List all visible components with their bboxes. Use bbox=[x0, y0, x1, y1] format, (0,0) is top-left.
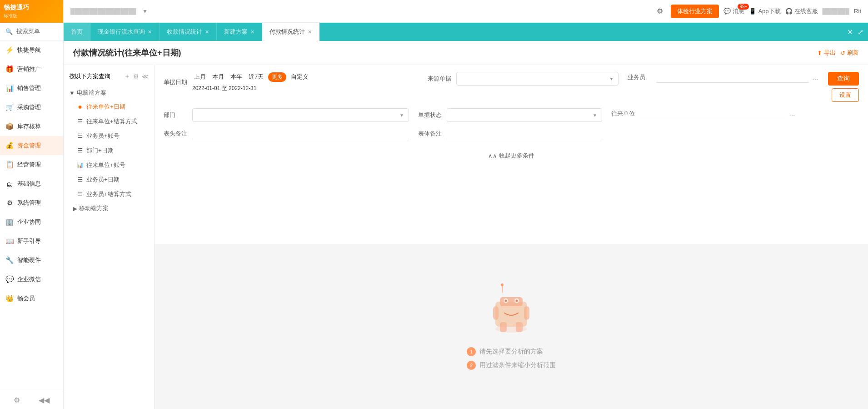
filter-headnote-label: 表头备注 bbox=[164, 130, 189, 138]
filter-staff-label: 业务员 bbox=[628, 73, 653, 81]
topbar-service[interactable]: 🎧 在线客服 bbox=[785, 7, 818, 15]
query-button[interactable]: 查询 bbox=[828, 72, 859, 86]
scheme-group-desktop-title[interactable]: ▼ 电脑端方案 bbox=[64, 86, 154, 100]
scheme-item-partner-settle[interactable]: ☰ 往来单位+结算方式 bbox=[64, 114, 154, 129]
username[interactable]: Rit bbox=[854, 8, 861, 15]
filter-partner-more[interactable]: … bbox=[789, 110, 795, 117]
scheme-item-staff-account[interactable]: ☰ 业务员+账号 bbox=[64, 129, 154, 143]
sidebar-search[interactable]: 🔍 搜索菜单 bbox=[0, 23, 63, 40]
tab-home[interactable]: 首页 bbox=[64, 23, 90, 41]
topbar-message[interactable]: 💬 消息 99+ bbox=[723, 7, 744, 15]
sidebar-item-marketing[interactable]: 🎁 营销推广 bbox=[0, 60, 63, 79]
tab-new-scheme[interactable]: 新建方案 ✕ bbox=[217, 23, 262, 41]
sidebar-item-finance[interactable]: 💰 资金管理 bbox=[0, 136, 63, 155]
scheme-header-label: 按以下方案查询 bbox=[69, 72, 110, 81]
filter-docstatus-select[interactable]: ▼ bbox=[447, 108, 602, 122]
collapse-sidebar-icon[interactable]: ◀◀ bbox=[39, 396, 50, 404]
filter-dept-select[interactable]: ▼ bbox=[192, 108, 409, 122]
scheme-group-mobile-label: 移动端方案 bbox=[79, 204, 109, 212]
collapse-more-btn[interactable]: ∧∧ 收起更多条件 bbox=[484, 148, 538, 163]
scheme-item-dept-date[interactable]: ☰ 部门+日期 bbox=[64, 143, 154, 158]
sidebar-item-hardware[interactable]: 🔧 智能硬件 bbox=[0, 251, 63, 270]
tab-receive-stat-close[interactable]: ✕ bbox=[205, 29, 209, 35]
message-badge: 99+ bbox=[738, 4, 749, 10]
page-body: 按以下方案查询 ＋ ⚙ ≪ ▼ 电脑端方案 ● 往来单位+日期 bbox=[64, 65, 868, 409]
scheme-group-mobile: ▶ 移动端方案 bbox=[64, 202, 154, 215]
tab-close-all-icon[interactable]: ✕ bbox=[847, 28, 853, 36]
sidebar-item-label: 系统管理 bbox=[17, 199, 41, 207]
marketing-icon: 🎁 bbox=[5, 65, 14, 73]
tab-bank-flow[interactable]: 现金银行流水查询 ✕ bbox=[90, 23, 160, 41]
filter-dept-label: 部门 bbox=[164, 111, 189, 119]
scheme-item-icon: ☰ bbox=[76, 147, 84, 154]
add-scheme-icon[interactable]: ＋ bbox=[124, 72, 130, 81]
scheme-item-partner-account[interactable]: 📊 往来单位+账号 bbox=[64, 158, 154, 172]
scheme-panel: 按以下方案查询 ＋ ⚙ ≪ ▼ 电脑端方案 ● 往来单位+日期 bbox=[64, 65, 155, 409]
setting-button[interactable]: 设置 bbox=[832, 88, 859, 102]
topbar-app[interactable]: 📱 App下载 bbox=[749, 7, 780, 15]
scheme-item-label: 往来单位+日期 bbox=[86, 103, 125, 111]
date-opt-custom[interactable]: 自定义 bbox=[289, 72, 310, 82]
date-opt-this-year[interactable]: 本年 bbox=[229, 72, 244, 82]
tab-expand-icon[interactable]: ⤢ bbox=[858, 28, 863, 36]
topbar: █████████████████ ▼ ⚙ 体验行业方案 💬 消息 99+ 📱 … bbox=[64, 0, 868, 23]
sidebar-item-inventory[interactable]: 📦 库存核算 bbox=[0, 117, 63, 136]
placeholder-svg bbox=[484, 283, 539, 338]
scheme-item-icon: ☰ bbox=[76, 132, 84, 140]
svg-rect-9 bbox=[500, 322, 507, 332]
filter-date-options: 上月 本月 本年 近7天 更多 自定义 bbox=[192, 72, 419, 82]
settings-scheme-icon[interactable]: ⚙ bbox=[133, 73, 139, 80]
tab-pay-stat-close[interactable]: ✕ bbox=[308, 29, 312, 35]
date-opt-more[interactable]: 更多 bbox=[268, 72, 286, 82]
date-range-display: 2022-01-01 至 2022-12-31 bbox=[192, 85, 419, 92]
sidebar-item-wechat[interactable]: 💬 企业微信 bbox=[0, 270, 63, 289]
sidebar-item-member[interactable]: 👑 畅会员 bbox=[0, 289, 63, 308]
filter-staff-input[interactable] bbox=[656, 72, 809, 83]
sidebar-item-basic[interactable]: 🗂 基础信息 bbox=[0, 174, 63, 193]
date-opt-last-month[interactable]: 上月 bbox=[192, 72, 208, 82]
svg-point-12 bbox=[501, 283, 504, 286]
scheme-item-label: 业务员+日期 bbox=[86, 176, 120, 184]
filter-headnote-input[interactable] bbox=[192, 128, 409, 139]
chevron-down-icon: ▼ bbox=[399, 113, 404, 118]
svg-point-6 bbox=[516, 299, 518, 302]
sidebar-item-system[interactable]: ⚙ 系统管理 bbox=[0, 193, 63, 212]
scheme-item-staff-settle[interactable]: ☰ 业务员+结算方式 bbox=[64, 187, 154, 202]
app-label: App下载 bbox=[758, 7, 780, 15]
sidebar-item-operation[interactable]: 📋 经营管理 bbox=[0, 155, 63, 174]
sidebar-item-guide[interactable]: 📖 新手引导 bbox=[0, 232, 63, 251]
breadcrumb: █████████████████ ▼ bbox=[70, 8, 649, 15]
date-opt-this-month[interactable]: 本月 bbox=[210, 72, 226, 82]
tab-bank-flow-close[interactable]: ✕ bbox=[148, 29, 152, 35]
export-btn[interactable]: ⬆ 导出 bbox=[817, 49, 836, 57]
results-placeholder: 1 请先选择要分析的方案 2 用过滤条件来缩小分析范围 bbox=[467, 283, 556, 370]
scheme-group-mobile-title[interactable]: ▶ 移动端方案 bbox=[64, 202, 154, 215]
sidebar-item-enterprise[interactable]: 🏢 企业协同 bbox=[0, 212, 63, 232]
guide-icon: 📖 bbox=[5, 237, 14, 245]
topbar-settings-icon[interactable]: ⚙ bbox=[653, 5, 666, 18]
sidebar-nav: ⚡ 快捷导航 🎁 营销推广 📊 销售管理 🛒 采购管理 📦 库存核算 💰 资金管… bbox=[0, 40, 63, 391]
purchase-icon: 🛒 bbox=[5, 103, 14, 111]
tab-new-scheme-close[interactable]: ✕ bbox=[250, 29, 254, 35]
collapse-scheme-icon[interactable]: ≪ bbox=[142, 73, 149, 80]
settings-icon[interactable]: ⚙ bbox=[14, 396, 20, 404]
refresh-btn[interactable]: ↺ 刷新 bbox=[840, 49, 859, 57]
scheme-item-staff-date[interactable]: ☰ 业务员+日期 bbox=[64, 172, 154, 187]
filter-partner-input[interactable] bbox=[640, 108, 785, 119]
scheme-group-label: 电脑端方案 bbox=[77, 89, 106, 97]
sidebar-item-sales[interactable]: 📊 销售管理 bbox=[0, 79, 63, 98]
scheme-group-desktop: ▼ 电脑端方案 ● 往来单位+日期 ☰ 往来单位+结算方式 ☰ 业务员+账号 bbox=[64, 86, 154, 202]
scheme-item-partner-date[interactable]: ● 往来单位+日期 bbox=[64, 100, 154, 114]
filter-bodynote-input[interactable] bbox=[447, 128, 602, 139]
sidebar-item-quick-nav[interactable]: ⚡ 快捷导航 bbox=[0, 40, 63, 60]
sidebar-item-purchase[interactable]: 🛒 采购管理 bbox=[0, 98, 63, 117]
date-opt-7days[interactable]: 近7天 bbox=[247, 72, 265, 82]
tab-pay-stat[interactable]: 付款情况统计 ✕ bbox=[262, 23, 319, 41]
refresh-label: 刷新 bbox=[847, 49, 859, 57]
filter-staff-more[interactable]: … bbox=[813, 74, 819, 81]
tab-receive-stat[interactable]: 收款情况统计 ✕ bbox=[160, 23, 217, 41]
industry-btn[interactable]: 体验行业方案 bbox=[671, 5, 719, 18]
service-icon: 🎧 bbox=[785, 8, 793, 15]
scheme-header-actions: ＋ ⚙ ≪ bbox=[124, 72, 149, 81]
filter-source-select[interactable]: ▼ bbox=[456, 72, 619, 86]
